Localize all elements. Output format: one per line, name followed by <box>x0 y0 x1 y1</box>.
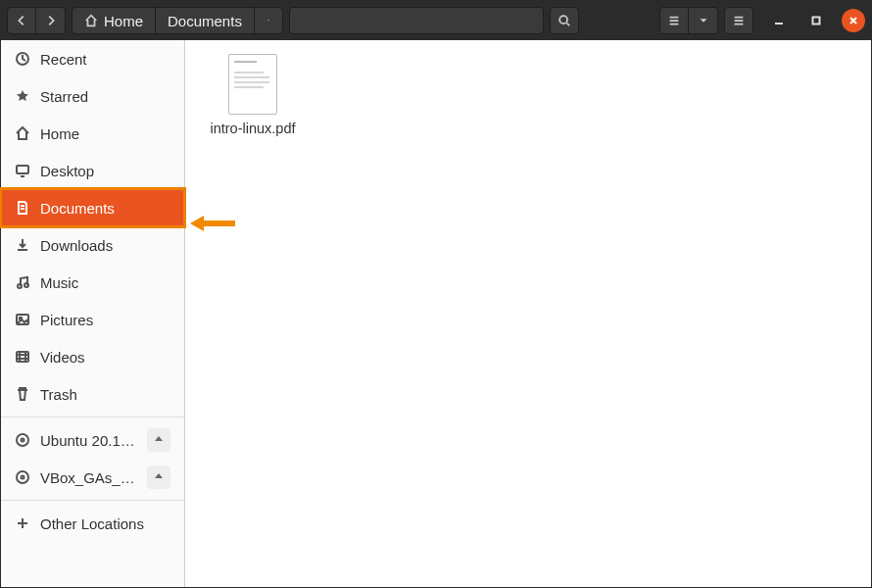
location-bar[interactable] <box>289 7 544 34</box>
minimize-button[interactable] <box>767 9 791 32</box>
breadcrumb-current[interactable]: Documents <box>156 8 255 33</box>
sidebar-item-recent[interactable]: Recent <box>1 40 184 77</box>
close-button[interactable] <box>842 9 865 32</box>
sidebar-item-label: Music <box>40 274 170 291</box>
picture-icon <box>15 312 30 327</box>
sidebar-item-label: Home <box>40 125 170 142</box>
forward-button[interactable] <box>36 7 66 34</box>
breadcrumb-current-label: Documents <box>168 13 242 29</box>
svg-point-9 <box>17 434 28 446</box>
star-icon <box>15 88 30 104</box>
sidebar-mount-vbox[interactable]: VBox_GAs_6.… <box>1 459 184 496</box>
disc-icon <box>15 469 30 485</box>
sidebar-item-pictures[interactable]: Pictures <box>1 301 184 338</box>
eject-button[interactable] <box>147 466 170 489</box>
sidebar-item-label: Trash <box>40 386 170 403</box>
sidebar-item-trash[interactable]: Trash <box>1 375 184 413</box>
sidebar-item-home[interactable]: Home <box>1 115 184 152</box>
sidebar-item-label: Documents <box>40 200 170 217</box>
sidebar-item-downloads[interactable]: Downloads <box>1 226 184 264</box>
maximize-icon <box>811 16 821 25</box>
sidebar-item-label: Other Locations <box>40 515 170 532</box>
svg-rect-3 <box>17 166 28 173</box>
sidebar-item-label: Downloads <box>40 237 170 254</box>
sidebar-item-starred[interactable]: Starred <box>1 77 184 115</box>
svg-rect-8 <box>17 352 28 362</box>
eject-icon <box>154 435 164 445</box>
eject-icon <box>154 472 164 482</box>
document-icon <box>15 200 30 216</box>
maximize-button[interactable] <box>804 9 828 32</box>
eject-button[interactable] <box>147 428 170 452</box>
sidebar-item-label: Desktop <box>40 163 170 179</box>
nav-group <box>7 7 66 34</box>
sidebar-item-label: VBox_GAs_6.… <box>40 469 137 486</box>
view-menu-button[interactable] <box>689 7 718 34</box>
music-icon <box>15 274 30 290</box>
disc-icon <box>15 432 30 448</box>
hamburger-icon <box>732 14 746 27</box>
pdf-thumbnail-icon <box>228 54 277 115</box>
svg-point-10 <box>22 439 24 442</box>
sidebar-item-label: Starred <box>40 88 170 105</box>
list-icon <box>667 14 681 27</box>
video-icon <box>15 349 30 365</box>
content-pane[interactable]: intro-linux.pdf <box>185 40 871 587</box>
breadcrumb-home-label: Home <box>104 13 143 29</box>
sidebar-item-other-locations[interactable]: Other Locations <box>1 505 184 542</box>
headerbar: Home Documents <box>1 1 871 40</box>
svg-point-12 <box>22 476 24 479</box>
sidebar-separator <box>1 416 184 417</box>
svg-point-0 <box>559 16 567 24</box>
sidebar-item-desktop[interactable]: Desktop <box>1 152 184 189</box>
svg-point-11 <box>17 471 28 483</box>
chevron-right-icon <box>44 14 58 27</box>
sidebar-mount-ubuntu[interactable]: Ubuntu 20.1… <box>1 421 184 459</box>
download-icon <box>15 237 30 253</box>
file-manager-window: Home Documents <box>0 0 872 588</box>
svg-rect-1 <box>813 18 820 24</box>
body: Recent Starred Home Desktop Documents Do… <box>1 40 871 587</box>
breadcrumb-home[interactable]: Home <box>73 8 156 33</box>
home-icon <box>84 14 98 27</box>
trash-icon <box>15 386 30 402</box>
sidebar-item-label: Pictures <box>40 312 170 328</box>
sidebar-item-music[interactable]: Music <box>1 264 184 301</box>
breadcrumb-menu-button[interactable] <box>255 8 282 33</box>
sidebar-item-label: Ubuntu 20.1… <box>40 432 137 449</box>
hamburger-menu-button[interactable] <box>724 7 753 34</box>
breadcrumb: Home Documents <box>72 7 283 34</box>
search-button[interactable] <box>550 7 579 34</box>
sidebar-item-label: Recent <box>40 51 170 68</box>
file-item[interactable]: intro-linux.pdf <box>209 54 297 137</box>
view-controls <box>659 7 718 34</box>
home-icon <box>15 125 30 141</box>
search-icon <box>557 14 571 27</box>
chevron-left-icon <box>15 14 28 27</box>
plus-icon <box>15 515 30 531</box>
desktop-icon <box>15 163 30 178</box>
clock-icon <box>15 51 30 67</box>
back-button[interactable] <box>7 7 36 34</box>
caret-down-icon <box>266 14 270 27</box>
caret-down-icon <box>697 14 710 27</box>
file-name-label: intro-linux.pdf <box>210 121 295 137</box>
sidebar: Recent Starred Home Desktop Documents Do… <box>1 40 185 587</box>
minimize-icon <box>774 16 784 25</box>
sidebar-item-documents[interactable]: Documents <box>1 189 184 226</box>
close-icon <box>848 16 858 25</box>
sidebar-separator <box>1 500 184 501</box>
sidebar-item-videos[interactable]: Videos <box>1 338 184 375</box>
sidebar-item-label: Videos <box>40 349 170 366</box>
view-list-button[interactable] <box>659 7 689 34</box>
